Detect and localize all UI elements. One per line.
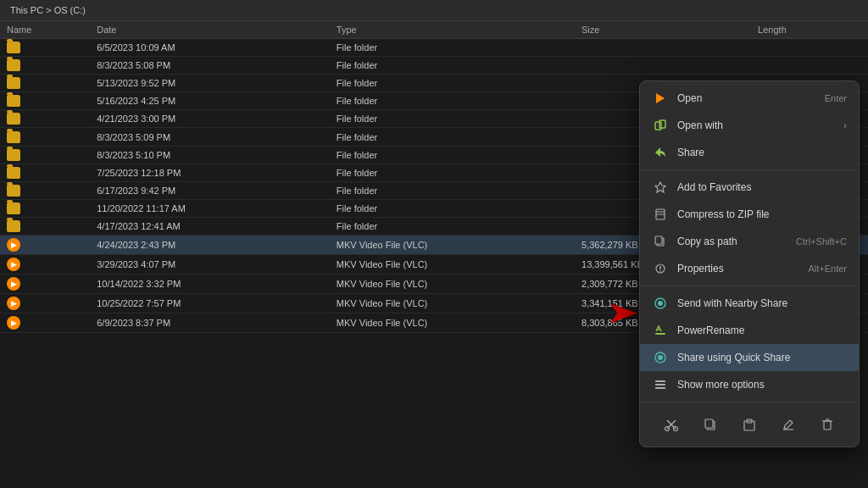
folder-icon bbox=[7, 77, 20, 89]
menu-icon-copy-path bbox=[652, 233, 669, 250]
menu-arrow-open-with: › bbox=[843, 119, 847, 131]
folder-icon bbox=[7, 59, 20, 71]
table-row[interactable]: 8/3/2023 5:08 PMFile folder bbox=[0, 57, 868, 75]
menu-icon-quick-share bbox=[652, 349, 669, 366]
cell-type: File folder bbox=[330, 39, 575, 57]
svg-point-17 bbox=[658, 355, 663, 360]
col-length[interactable]: Length bbox=[751, 21, 868, 39]
col-type[interactable]: Type bbox=[330, 21, 575, 39]
cell-type: File folder bbox=[330, 199, 575, 217]
cell-type: File folder bbox=[330, 92, 575, 110]
cell-date: 6/9/2023 8:37 PM bbox=[90, 313, 330, 333]
context-menu: OpenEnterOpen with›ShareAdd to Favorites… bbox=[639, 80, 860, 447]
menu-item-nearby-share[interactable]: Send with Nearby Share bbox=[640, 290, 859, 317]
cell-date: 7/25/2023 12:18 PM bbox=[90, 164, 330, 181]
cell-date: 6/17/2023 9:42 PM bbox=[90, 181, 330, 199]
cell-name bbox=[0, 110, 90, 128]
cell-date: 6/5/2023 10:09 AM bbox=[90, 39, 330, 57]
svg-rect-14 bbox=[655, 333, 665, 335]
folder-icon bbox=[7, 202, 20, 214]
cell-type: File folder bbox=[330, 146, 575, 164]
paste-icon[interactable] bbox=[736, 411, 763, 438]
cell-length bbox=[751, 39, 868, 57]
menu-label-powerrename: PowerRename bbox=[677, 324, 847, 336]
menu-section-2: Send with Nearby SharePowerRenameShare u… bbox=[640, 286, 859, 402]
vlc-icon: ▶ bbox=[7, 258, 20, 271]
table-header-row: Name Date Type Size Length bbox=[0, 21, 868, 39]
cell-type: File folder bbox=[330, 57, 575, 75]
menu-icon-row-section bbox=[640, 402, 859, 446]
cell-type: MKV Video File (VLC) bbox=[330, 313, 575, 333]
menu-label-open-with: Open with bbox=[677, 119, 843, 131]
svg-marker-3 bbox=[655, 182, 665, 192]
menu-item-powerrename[interactable]: PowerRename bbox=[640, 317, 859, 344]
folder-icon bbox=[7, 167, 20, 179]
cell-type: File folder bbox=[330, 164, 575, 181]
menu-item-share[interactable]: Share bbox=[640, 139, 859, 166]
cell-date: 10/14/2022 3:32 PM bbox=[90, 274, 330, 294]
cell-date: 8/3/2023 5:09 PM bbox=[90, 128, 330, 146]
menu-item-open[interactable]: OpenEnter bbox=[640, 85, 859, 112]
cell-type: File folder bbox=[330, 181, 575, 199]
cell-name bbox=[0, 164, 90, 181]
cell-date: 8/3/2023 5:10 PM bbox=[90, 146, 330, 164]
cell-type: File folder bbox=[330, 128, 575, 146]
cell-type: MKV Video File (VLC) bbox=[330, 274, 575, 294]
copy-icon[interactable] bbox=[697, 411, 724, 438]
cell-date: 11/20/2022 11:17 AM bbox=[90, 199, 330, 217]
cell-name: ▶ bbox=[0, 274, 90, 294]
menu-label-open: Open bbox=[677, 92, 816, 104]
menu-icon-more-options bbox=[652, 376, 669, 393]
cell-name bbox=[0, 92, 90, 110]
red-arrow-indicator: ➤ bbox=[606, 295, 639, 330]
menu-label-copy-path: Copy as path bbox=[677, 236, 787, 247]
cell-name bbox=[0, 146, 90, 164]
cell-type: File folder bbox=[330, 217, 575, 235]
cut-icon[interactable] bbox=[658, 411, 685, 438]
menu-label-more-options: Show more options bbox=[677, 379, 847, 391]
cell-name bbox=[0, 199, 90, 217]
menu-icon-share bbox=[652, 144, 669, 161]
cell-size bbox=[575, 39, 751, 57]
cell-size bbox=[575, 57, 751, 75]
menu-item-add-fav[interactable]: Add to Favorites bbox=[640, 174, 859, 201]
vlc-icon: ▶ bbox=[7, 238, 20, 252]
cell-name: ▶ bbox=[0, 236, 90, 255]
menu-item-compress[interactable]: Compress to ZIP file bbox=[640, 201, 859, 228]
cell-name bbox=[0, 57, 90, 75]
menu-label-quick-share: Share using Quick Share bbox=[677, 352, 847, 363]
menu-icon-nearby-share bbox=[652, 295, 669, 312]
menu-item-more-options[interactable]: Show more options bbox=[640, 371, 859, 398]
delete-icon[interactable] bbox=[814, 411, 841, 438]
cell-date: 4/21/2023 3:00 PM bbox=[90, 110, 330, 128]
svg-rect-19 bbox=[655, 384, 665, 385]
cell-date: 5/16/2023 4:25 PM bbox=[90, 92, 330, 110]
menu-icon-properties bbox=[652, 260, 669, 277]
menu-icon-add-fav bbox=[652, 179, 669, 196]
folder-icon bbox=[7, 185, 20, 197]
menu-item-copy-path[interactable]: Copy as pathCtrl+Shift+C bbox=[640, 228, 859, 255]
cell-name bbox=[0, 75, 90, 92]
menu-label-compress: Compress to ZIP file bbox=[677, 208, 847, 220]
svg-rect-20 bbox=[655, 387, 665, 389]
cell-name bbox=[0, 181, 90, 199]
cell-name bbox=[0, 128, 90, 146]
cell-type: MKV Video File (VLC) bbox=[330, 255, 575, 274]
folder-icon bbox=[7, 113, 20, 125]
menu-item-quick-share[interactable]: Share using Quick Share bbox=[640, 344, 859, 371]
cell-type: MKV Video File (VLC) bbox=[330, 294, 575, 313]
cell-date: 10/25/2022 7:57 PM bbox=[90, 294, 330, 313]
col-size[interactable]: Size bbox=[575, 21, 751, 39]
menu-label-properties: Properties bbox=[677, 263, 799, 274]
folder-icon bbox=[7, 42, 20, 53]
rename-icon[interactable] bbox=[775, 411, 802, 438]
cell-length bbox=[751, 57, 868, 75]
cell-date: 4/24/2023 2:43 PM bbox=[90, 236, 330, 255]
folder-icon bbox=[7, 131, 20, 143]
menu-item-properties[interactable]: PropertiesAlt+Enter bbox=[640, 255, 859, 282]
menu-item-open-with[interactable]: Open with› bbox=[640, 112, 859, 139]
table-row[interactable]: 6/5/2023 10:09 AMFile folder bbox=[0, 39, 868, 57]
col-name[interactable]: Name bbox=[0, 21, 90, 39]
col-date[interactable]: Date bbox=[90, 21, 330, 39]
cell-date: 4/17/2023 12:41 AM bbox=[90, 217, 330, 235]
